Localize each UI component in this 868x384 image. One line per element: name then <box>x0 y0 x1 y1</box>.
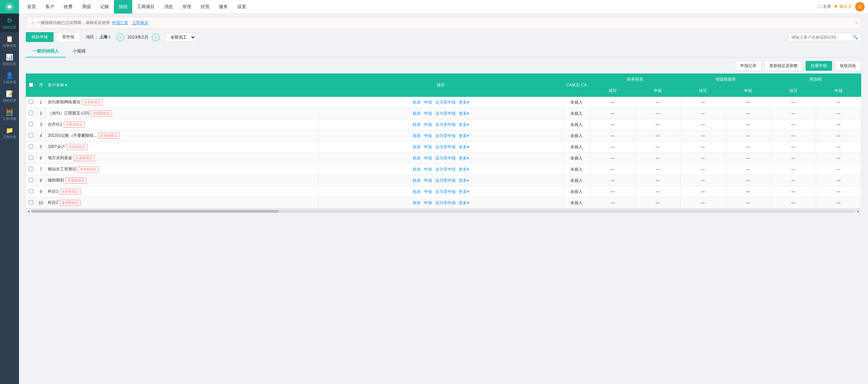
nav-tax[interactable]: 报税 <box>114 0 132 14</box>
row-checkbox[interactable] <box>26 175 36 186</box>
date-next-btn[interactable]: › <box>152 34 159 41</box>
nav-client[interactable]: 客户 <box>41 0 59 14</box>
employee-select[interactable]: 全部员工 <box>165 33 196 42</box>
op-declare[interactable]: 申报 <box>424 133 432 138</box>
row-checkbox[interactable] <box>26 153 36 164</box>
row-add-fill: — <box>771 119 816 130</box>
op-zero-declare[interactable]: 设为零申报 <box>435 189 456 194</box>
row-tax-declare: — <box>726 130 771 142</box>
sidebar-item-calc-clear[interactable]: 🧮 汇算清缴 <box>0 105 19 123</box>
nav-operation[interactable]: 经营 <box>196 0 214 14</box>
op-zero-declare[interactable]: 设为零申报 <box>435 167 456 172</box>
op-tax-form[interactable]: 税表 <box>413 178 421 183</box>
fullscreen-btn[interactable]: ⛶ 全屏 <box>817 4 831 9</box>
sidebar-item-batch-tax[interactable]: 📋 批量报税 <box>0 32 19 50</box>
row-checkbox[interactable] <box>26 108 36 119</box>
scroll-left-btn[interactable]: ◀ <box>27 209 30 213</box>
tab-small-scale[interactable]: 小规模 <box>66 45 93 58</box>
op-more[interactable]: 更多▾ <box>459 178 469 183</box>
user-avatar[interactable]: U <box>855 2 865 12</box>
op-zero-declare[interactable]: 设为零申报 <box>435 178 456 183</box>
sidebar-item-tax-overview[interactable]: 📊 报税总览 <box>0 50 19 68</box>
batch-declare-btn[interactable]: 批量申报 <box>806 61 832 71</box>
op-more[interactable]: 更多▾ <box>459 100 469 105</box>
row-checkbox[interactable] <box>26 164 36 175</box>
op-tax-form[interactable]: 税表 <box>413 122 421 127</box>
op-declare[interactable]: 申报 <box>424 200 432 205</box>
nav-biz[interactable]: 工商项目 <box>132 0 159 14</box>
banner-close-btn[interactable]: × <box>855 21 857 25</box>
op-more[interactable]: 更多▾ <box>459 156 469 161</box>
scrollbar-track[interactable] <box>31 210 856 213</box>
op-zero-declare[interactable]: 设为零申报 <box>435 122 456 127</box>
op-more[interactable]: 更多▾ <box>459 200 469 205</box>
op-tax-form[interactable]: 税表 <box>413 200 421 205</box>
update-tax-btn[interactable]: 更新税定及取数 <box>764 61 803 71</box>
op-declare[interactable]: 申报 <box>424 178 432 183</box>
nav-invoice[interactable]: 票据 <box>77 0 96 14</box>
op-tax-form[interactable]: 税表 <box>413 111 421 116</box>
scrollbar-thumb[interactable] <box>31 210 279 213</box>
row-operations: 税表 申报 设为零申报 更多▾ <box>319 175 563 186</box>
op-declare[interactable]: 申报 <box>424 156 432 161</box>
op-more[interactable]: 更多▾ <box>459 167 469 172</box>
op-zero-declare[interactable]: 设为零申报 <box>435 145 456 149</box>
op-zero-declare[interactable]: 设为零申报 <box>435 111 456 116</box>
tab-zero-declare[interactable]: 零申报 <box>56 32 80 42</box>
sidebar-item-biz-report[interactable]: 📁 工商年报 <box>0 123 19 142</box>
nav-manage[interactable]: 管理 <box>178 0 196 14</box>
tab-tax-declare[interactable]: 税款申报 <box>26 32 54 42</box>
op-more[interactable]: 更多▾ <box>459 189 469 194</box>
nav-home[interactable]: 首页 <box>22 0 41 14</box>
date-prev-btn[interactable]: ‹ <box>117 34 124 41</box>
horizontal-scrollbar[interactable]: ◀ ▶ <box>26 209 861 213</box>
op-tax-form[interactable]: 税表 <box>413 167 421 172</box>
sidebar-item-tax-settings[interactable]: ⚙ 报税设置 <box>0 14 19 32</box>
collect-receipt-btn[interactable]: 收取回执 <box>835 61 861 71</box>
op-zero-declare[interactable]: 设为零申报 <box>435 133 456 138</box>
op-more[interactable]: 更多▾ <box>459 145 469 149</box>
nav-settings[interactable]: 设置 <box>233 0 251 14</box>
table-row: 9 科目1未更新税定 税表 申报 设为零申报 更多▾ 未插入 — — — — —… <box>26 186 861 197</box>
op-declare[interactable]: 申报 <box>424 189 432 194</box>
op-declare[interactable]: 申报 <box>424 122 432 127</box>
op-tax-form[interactable]: 税表 <box>413 156 421 161</box>
row-checkbox[interactable] <box>26 130 36 142</box>
row-checkbox[interactable] <box>26 197 36 209</box>
op-declare[interactable]: 申报 <box>424 111 432 116</box>
nav-accounting[interactable]: 记账 <box>96 0 114 14</box>
nav-fee[interactable]: 收费 <box>59 0 77 14</box>
op-declare[interactable]: 申报 <box>424 100 432 105</box>
member-btn[interactable]: ▶ 畅会员 <box>834 4 852 9</box>
banner-link1[interactable]: 申报汇签 <box>112 20 128 26</box>
op-more[interactable]: 更多▾ <box>459 122 469 127</box>
op-declare[interactable]: 申报 <box>424 167 432 172</box>
row-checkbox[interactable] <box>26 119 36 130</box>
op-tax-form[interactable]: 税表 <box>413 133 421 138</box>
declare-record-btn[interactable]: 申报记录 <box>735 61 762 71</box>
op-declare[interactable]: 申报 <box>424 145 432 149</box>
row-checkbox[interactable] <box>26 186 36 197</box>
row-finance-fill: — <box>590 153 635 164</box>
op-zero-declare[interactable]: 设为零申报 <box>435 156 456 161</box>
sidebar-item-tax-record[interactable]: 📝 报税记录 <box>0 87 19 105</box>
select-all-checkbox[interactable] <box>29 83 33 87</box>
banner-link2[interactable]: 立即购买 <box>132 20 149 26</box>
search-button[interactable]: 🔍 <box>850 33 861 41</box>
search-input[interactable] <box>789 34 850 41</box>
scroll-right-btn[interactable]: ▶ <box>857 209 860 213</box>
row-checkbox[interactable] <box>26 97 36 108</box>
op-zero-declare[interactable]: 设为零申报 <box>435 100 456 105</box>
nav-message[interactable]: 消息 <box>159 0 178 14</box>
op-more[interactable]: 更多▾ <box>459 111 469 116</box>
op-tax-form[interactable]: 税表 <box>413 100 421 105</box>
op-more[interactable]: 更多▾ <box>459 133 469 138</box>
th-tax-report-group: 增值税报表 <box>680 74 771 85</box>
op-tax-form[interactable]: 税表 <box>413 189 421 194</box>
sidebar-item-personal-tax[interactable]: 👤 个税申报 <box>0 68 19 87</box>
op-tax-form[interactable]: 税表 <box>413 145 421 149</box>
tab-general-taxpayer[interactable]: 一般的纳税人 <box>26 45 66 58</box>
row-checkbox[interactable] <box>26 142 36 153</box>
nav-service[interactable]: 服务 <box>214 0 233 14</box>
op-zero-declare[interactable]: 设为零申报 <box>435 200 456 205</box>
